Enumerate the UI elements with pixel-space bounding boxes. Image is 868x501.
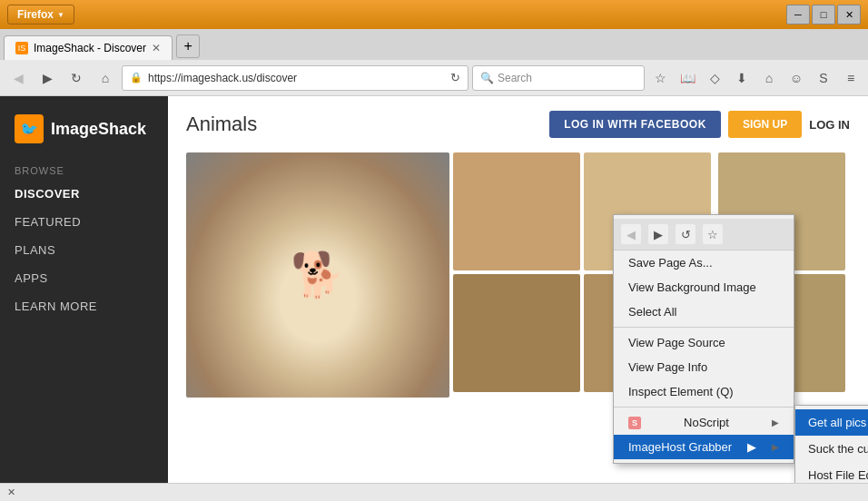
toolbar: ◀ ▶ ↻ ⌂ 🔒 https://imageshack.us/discover… [0,60,868,96]
noscript-icon: S [628,417,641,429]
status-text: ✕ [7,486,15,498]
submenu-host-file[interactable]: Host File Editor [795,462,868,483]
login-button[interactable]: LOG IN [809,111,850,138]
address-refresh-icon[interactable]: ↻ [450,71,460,84]
context-menu: ◀ ▶ ↺ ☆ Save Page As... View Background … [613,214,794,464]
ctx-noscript-label: NoScript [684,416,729,429]
emoji-icon[interactable]: ☺ [784,66,808,90]
logo-icon: 🐦 [15,114,44,143]
window-controls: ─ □ ✕ [786,5,861,25]
search-bar[interactable]: 🔍 Search [472,65,645,91]
ctx-noscript[interactable]: S NoScript [614,410,794,435]
submenu-get-all-pics[interactable]: Get all pics on page [795,409,868,436]
home-icon[interactable]: ⌂ [757,66,781,90]
login-facebook-button[interactable]: LOG IN WITH FACEBOOK [549,111,721,138]
ctx-divider-1 [614,327,794,328]
ctx-reload-button[interactable]: ↺ [676,224,695,244]
sync-icon[interactable]: S [812,66,835,90]
firefox-menu-button[interactable]: Firefox [7,5,74,25]
ctx-view-info[interactable]: View Page Info [614,355,794,379]
url-text: https://imageshack.us/discover [148,72,297,84]
reload-button[interactable]: ↻ [64,65,89,91]
pocket-icon[interactable]: ◇ [703,66,726,90]
browse-label: Browse [0,162,168,180]
signup-button[interactable]: SIGN UP [728,111,802,138]
new-tab-button[interactable]: + [176,34,200,58]
search-icon: 🔍 [480,72,494,84]
toolbar-icons: ☆ 📖 ◇ ⬇ ⌂ ☺ S ≡ [648,66,863,90]
content-header: Animals LOG IN WITH FACEBOOK SIGN UP LOG… [168,96,868,152]
ctx-forward-button[interactable]: ▶ [648,224,668,244]
lock-icon: 🔒 [130,72,143,84]
tab-title: ImageShack - Discover [34,42,146,54]
browser-frame: Firefox ─ □ ✕ IS ImageShack - Discover ✕… [0,0,868,501]
ctx-save-page[interactable]: Save Page As... [614,250,794,275]
maximize-button[interactable]: □ [812,5,835,25]
download-icon[interactable]: ⬇ [730,66,754,90]
forward-button[interactable]: ▶ [35,65,60,91]
header-buttons: LOG IN WITH FACEBOOK SIGN UP LOG IN [549,111,850,138]
ctx-inspect[interactable]: Inspect Element (Q) [614,379,794,404]
back-button[interactable]: ◀ [5,65,31,91]
sidebar-logo: 🐦 ImageShack [0,114,168,162]
ctx-back-button[interactable]: ◀ [621,224,641,244]
context-menu-nav: ◀ ▶ ↺ ☆ [614,219,794,250]
main-image[interactable]: 🐕 [186,152,449,398]
search-placeholder: Search [498,72,532,84]
submenu: Get all pics on page Suck the current th… [794,405,868,483]
ctx-view-bg[interactable]: View Background Image [614,275,794,300]
sidebar-item-learn-more[interactable]: LEARN MORE [0,292,168,320]
sidebar-item-featured[interactable]: FEATURED [0,208,168,236]
tab-bar: IS ImageShack - Discover ✕ + [0,29,868,60]
sidebar-item-plans[interactable]: PLANS [0,236,168,264]
tab-close-button[interactable]: ✕ [152,42,161,54]
ctx-imagehost-label: ImageHost Grabber [628,440,732,454]
address-bar[interactable]: 🔒 https://imageshack.us/discover ↻ [122,65,469,91]
context-menu-container: ◀ ▶ ↺ ☆ Save Page As... View Background … [613,214,794,464]
bookmark-icon[interactable]: 📖 [676,66,699,90]
minimize-button[interactable]: ─ [786,5,810,25]
ctx-select-all[interactable]: Select All [614,300,794,324]
logo-text: ImageShack [51,120,146,139]
content-area: Animals LOG IN WITH FACEBOOK SIGN UP LOG… [168,96,868,483]
submenu-suck-thread[interactable]: Suck the current thread [795,436,868,462]
tab-favicon: IS [15,42,28,54]
sidebar-item-apps[interactable]: APPS [0,264,168,292]
menu-icon[interactable]: ≡ [839,66,863,90]
star-icon[interactable]: ☆ [648,66,672,90]
ctx-bookmark-button[interactable]: ☆ [703,224,723,244]
ctx-imagehost[interactable]: ImageHost Grabber ▶ [614,435,794,459]
main-layout: 🐦 ImageShack Browse DISCOVER FEATURED PL… [0,96,868,483]
close-button[interactable]: ✕ [837,5,861,25]
active-tab[interactable]: IS ImageShack - Discover ✕ [4,35,173,60]
ctx-divider-2 [614,407,794,408]
ctx-view-source[interactable]: View Page Source [614,330,794,355]
sidebar-item-discover[interactable]: DISCOVER [0,180,168,208]
page-title: Animals [186,113,257,136]
status-bar: ✕ [0,483,868,501]
home-button[interactable]: ⌂ [93,65,118,91]
sidebar: 🐦 ImageShack Browse DISCOVER FEATURED PL… [0,96,168,483]
title-bar: Firefox ─ □ ✕ [0,0,868,29]
